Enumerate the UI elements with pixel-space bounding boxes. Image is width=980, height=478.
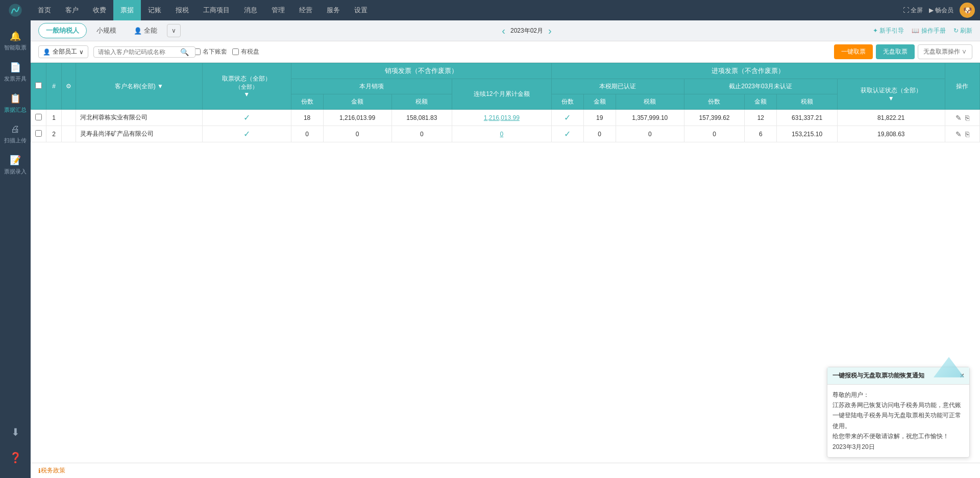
no-disc-fetch-btn[interactable]: 无盘取票 xyxy=(876,44,915,59)
fullscreen-btn[interactable]: ⛶ 全屏 xyxy=(903,6,923,15)
row-checkbox-input-1[interactable] xyxy=(35,130,42,137)
nav-customer[interactable]: 客户 xyxy=(58,0,86,20)
row-sales-12month-link-1[interactable]: 0 xyxy=(500,131,504,138)
row-purchase-cert-status-0: ✓ xyxy=(551,110,583,126)
nav-service[interactable]: 服务 xyxy=(320,0,347,20)
taxdisk-checkbox-input[interactable] xyxy=(232,48,239,55)
row-operations-1: ✎ ⎘ xyxy=(945,126,979,142)
user-avatar[interactable]: 🐶 xyxy=(960,3,975,18)
top-navigation: 首页 客户 收费 票据 记账 报税 工商项目 消息 管理 经营 服务 设置 ⛶ … xyxy=(0,0,980,20)
sidebar-item-invoice-open[interactable]: 📄 发票开具 xyxy=(0,57,31,88)
subacc-checkbox[interactable]: 名下账套 xyxy=(194,47,227,56)
filter-icon-cert[interactable]: ▼ xyxy=(888,95,894,102)
date-display: 2023年02月 xyxy=(510,27,543,35)
search-button[interactable]: 🔍 xyxy=(180,48,189,56)
manual-link[interactable]: 📖 操作手册 xyxy=(912,27,945,35)
col-purchase-group: 进项发票（不含作废票） xyxy=(551,63,945,79)
col-operation: 操作 xyxy=(945,63,979,110)
row-edit-btn-0[interactable]: ✎ xyxy=(955,114,962,122)
left-sidebar: 🔔 智能取票 📄 发票开具 📋 票据汇总 🖨 扫描上传 📝 票据录入 ⬇ ❓ xyxy=(0,20,31,478)
invoice-open-icon: 📄 xyxy=(10,62,21,73)
row-sales-12month-1: 0 xyxy=(452,126,551,142)
tab-small-scale[interactable]: 小规模 xyxy=(89,23,124,38)
one-key-fetch-btn[interactable]: 一键取票 xyxy=(834,44,873,59)
sidebar-item-smart-fetch[interactable]: 🔔 智能取票 xyxy=(0,26,31,57)
col-purchase-tax: 税额 xyxy=(616,94,684,110)
tab-header-row: 一般纳税人 小规模 👤 全能 ∨ ‹ 2023年02月 › ✦ 新手引导 📖 操… xyxy=(31,20,980,41)
chevron-down-icon: ∨ xyxy=(79,48,84,56)
col-sales-tax: 税额 xyxy=(391,94,452,110)
col-purchase-amount: 金额 xyxy=(583,94,616,110)
col-purchase-parts: 份数 xyxy=(551,94,583,110)
select-all-checkbox[interactable] xyxy=(35,82,42,89)
sidebar-item-scan-upload[interactable]: 🖨 扫描上传 xyxy=(0,119,31,149)
nav-message[interactable]: 消息 xyxy=(237,0,264,20)
employee-filter[interactable]: 👤 全部员工 ∨ xyxy=(38,45,88,58)
nav-home[interactable]: 首页 xyxy=(31,0,58,20)
col-purchase-deadline-group: 截止2023年03月未认证 xyxy=(684,79,837,94)
no-disc-ops-btn[interactable]: 无盘取票操作 ∨ xyxy=(918,44,972,59)
row-customer-name-1: 灵寿县尚泽矿产品有限公司 xyxy=(76,126,203,142)
row-sales-12month-link-0[interactable]: 1,216,013.99 xyxy=(484,114,520,121)
row-checkbox-input-0[interactable] xyxy=(35,114,42,120)
col-uncert-amount: 金额 xyxy=(745,94,777,110)
row-index-0: 1 xyxy=(46,110,62,126)
row-sales-amount-0: 1,216,013.99 xyxy=(323,110,391,126)
new-guide-link[interactable]: ✦ 新手引导 xyxy=(873,27,904,35)
row-checkbox-1 xyxy=(31,126,46,142)
col-uncert-parts: 份数 xyxy=(684,94,745,110)
tab-general-taxpayer[interactable]: 一般纳税人 xyxy=(38,23,87,38)
app-logo xyxy=(5,0,26,20)
row-sales-tax-1: 0 xyxy=(391,126,452,142)
row-purchase-parts-1: 0 xyxy=(583,126,616,142)
nav-settings[interactable]: 设置 xyxy=(347,0,375,20)
date-next-btn[interactable]: › xyxy=(548,25,552,37)
col-index: # xyxy=(46,63,62,110)
nav-business[interactable]: 工商项目 xyxy=(196,0,237,20)
nav-invoice[interactable]: 票据 xyxy=(113,0,141,20)
nav-fee[interactable]: 收费 xyxy=(86,0,113,20)
status-bar[interactable]: ℹ 税务政策 xyxy=(31,463,980,478)
popup-title: 一键报税与无盘取票功能恢复通知 xyxy=(832,371,924,380)
row-purchase-cert-status-1: ✓ xyxy=(551,126,583,142)
vip-btn[interactable]: ▶ 畅会员 xyxy=(929,6,953,15)
row-copy-btn-0[interactable]: ⎘ xyxy=(965,114,969,122)
nav-tax[interactable]: 报税 xyxy=(168,0,196,20)
row-purchase-amount-1: 0 xyxy=(616,126,684,142)
nav-right-area: ⛶ 全屏 ▶ 畅会员 🐶 xyxy=(903,3,975,18)
col-sales-group: 销项发票（不含作废票） xyxy=(291,63,551,79)
refresh-link[interactable]: ↻ 刷新 xyxy=(953,27,972,35)
nav-manage[interactable]: 管理 xyxy=(264,0,292,20)
filter-icon-fetch[interactable]: ▼ xyxy=(243,91,250,98)
tab-more-btn[interactable]: ∨ xyxy=(167,24,181,37)
status-text: 税务政策 xyxy=(41,466,65,475)
sidebar-help-btn[interactable]: ❓ xyxy=(5,447,26,468)
tab-all[interactable]: 👤 全能 xyxy=(126,23,165,38)
col-sales-amount: 金额 xyxy=(323,94,391,110)
row-copy-btn-1[interactable]: ⎘ xyxy=(965,130,969,138)
row-purchase-tax-1: 0 xyxy=(684,126,745,142)
sidebar-bottom: ⬇ ❓ xyxy=(5,422,26,478)
row-purchase-amount-0: 1,357,999.10 xyxy=(616,110,684,126)
sidebar-item-invoice-entry[interactable]: 📝 票据录入 xyxy=(0,149,31,181)
sidebar-item-invoice-summary[interactable]: 📋 票据汇总 xyxy=(0,88,31,119)
row-uncert-tax-0: 81,822.21 xyxy=(837,110,945,126)
sidebar-download-btn[interactable]: ⬇ xyxy=(7,422,24,442)
tab-header-right: ✦ 新手引导 📖 操作手册 ↻ 刷新 xyxy=(873,27,972,35)
sidebar-item-label-invoice-open: 发票开具 xyxy=(4,75,27,83)
row-purchase-tax-0: 157,399.62 xyxy=(684,110,745,126)
row-uncert-parts-1: 6 xyxy=(745,126,777,142)
date-prev-btn[interactable]: ‹ xyxy=(502,25,505,37)
filter-icon-customer[interactable]: ▼ xyxy=(157,83,163,90)
row-uncert-amount-0: 631,337.21 xyxy=(777,110,838,126)
col-purchase-period-group: 本税期已认证 xyxy=(551,79,684,94)
sidebar-item-label-invoice-summary: 票据汇总 xyxy=(4,106,27,114)
row-edit-btn-1[interactable]: ✎ xyxy=(955,130,962,138)
sidebar-item-label-scan-upload: 扫描上传 xyxy=(4,137,27,144)
nav-bookkeeping[interactable]: 记账 xyxy=(141,0,168,20)
nav-operation[interactable]: 经营 xyxy=(292,0,320,20)
notification-popup: 一键报税与无盘取票功能恢复通知 × 尊敬的用户：江苏政务网已恢复访问电子税务局功… xyxy=(827,367,970,458)
row-sales-parts-0: 18 xyxy=(291,110,323,126)
filter-icon: 👤 xyxy=(43,48,51,56)
taxdisk-checkbox[interactable]: 有税盘 xyxy=(232,47,259,56)
